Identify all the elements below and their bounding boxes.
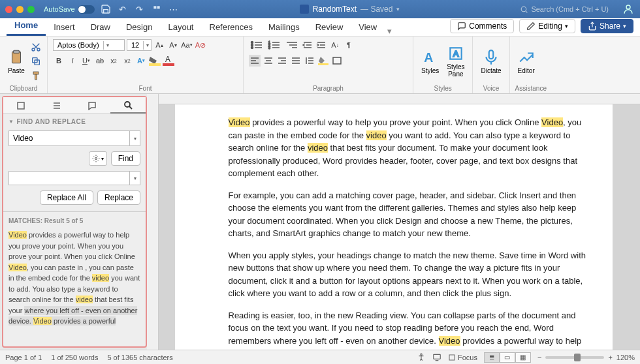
styles-pane-button[interactable]: A Styles Pane: [444, 44, 467, 79]
font-size-selector[interactable]: 12▾: [127, 39, 152, 51]
editor-button[interactable]: Editor: [515, 48, 537, 76]
numbering-icon[interactable]: 123: [266, 39, 282, 51]
status-chars[interactable]: 5 of 1365 characters: [107, 354, 172, 361]
accessibility-icon[interactable]: [417, 353, 426, 362]
align-left-icon[interactable]: [249, 55, 261, 67]
underline-icon[interactable]: U▾: [80, 55, 92, 67]
text-effects-icon[interactable]: A▾: [135, 55, 147, 67]
document-title[interactable]: RandomText — Saved ▾: [300, 5, 400, 14]
matches-list[interactable]: Video provides a powerful way to help yo…: [3, 227, 146, 332]
share-button[interactable]: Share ▾: [581, 19, 633, 33]
tab-view[interactable]: View: [351, 18, 385, 36]
zoom-in-button[interactable]: +: [608, 354, 612, 361]
zoom-slider[interactable]: [545, 356, 604, 359]
paragraph: Video provides a powerful way to help yo…: [229, 116, 586, 180]
align-center-icon[interactable]: [263, 55, 274, 67]
change-case-icon[interactable]: Aa▾: [181, 39, 193, 51]
tab-layout[interactable]: Layout: [160, 18, 201, 36]
page[interactable]: Video provides a powerful way to help yo…: [175, 104, 613, 350]
view-web-layout[interactable]: ▭: [500, 352, 515, 363]
increase-indent-icon[interactable]: [315, 39, 327, 51]
svg-rect-73: [449, 355, 455, 360]
replace-all-button[interactable]: Replace All: [40, 190, 93, 205]
tab-draw[interactable]: Draw: [83, 18, 118, 36]
subscript-icon[interactable]: x2: [108, 55, 120, 67]
zoom-level[interactable]: 120%: [616, 354, 635, 361]
more-icon[interactable]: ⋯: [168, 3, 180, 15]
format-painter-icon[interactable]: [30, 70, 42, 82]
save-icon[interactable]: [100, 3, 112, 15]
status-words[interactable]: 1 of 250 words: [51, 354, 98, 361]
replace-input[interactable]: [8, 171, 130, 185]
navtab-find[interactable]: [110, 97, 146, 114]
align-right-icon[interactable]: [276, 55, 288, 67]
tab-references[interactable]: References: [202, 18, 261, 36]
navtab-reviewing[interactable]: [74, 97, 110, 114]
tab-insert[interactable]: Insert: [46, 18, 83, 36]
tab-design[interactable]: Design: [118, 18, 160, 36]
maximize-window[interactable]: [27, 6, 35, 13]
show-marks-icon[interactable]: ¶: [343, 39, 355, 51]
borders-icon[interactable]: [331, 55, 343, 67]
collapse-icon[interactable]: ▼: [8, 119, 14, 125]
zoom-out-button[interactable]: −: [537, 354, 541, 361]
find-options-button[interactable]: ▾: [89, 151, 107, 166]
decrease-indent-icon[interactable]: [302, 39, 313, 51]
toggle-icon: [78, 5, 95, 14]
horizontal-ruler[interactable]: [159, 94, 640, 104]
justify-icon[interactable]: [290, 55, 302, 67]
find-button[interactable]: Find: [111, 151, 140, 166]
decrease-font-icon[interactable]: A▾: [167, 39, 179, 51]
dictate-button[interactable]: Dictate: [478, 48, 504, 76]
bold-icon[interactable]: B: [53, 55, 65, 67]
search-box[interactable]: Search (Cmd + Ctrl + U): [520, 5, 609, 14]
navtab-headings[interactable]: [39, 97, 75, 114]
ribbon: Paste Clipboard Aptos (Body)▾: [0, 37, 640, 94]
autosave-toggle[interactable]: AutoSave: [44, 5, 95, 14]
font-family-selector[interactable]: Aptos (Body)▾: [53, 39, 125, 51]
comments-button[interactable]: Comments: [450, 19, 514, 33]
multilevel-icon[interactable]: [284, 39, 300, 51]
clear-formatting-icon[interactable]: A⊘: [195, 39, 206, 51]
italic-icon[interactable]: I: [67, 55, 78, 67]
quickaccess-icon[interactable]: [151, 3, 163, 15]
tab-home[interactable]: Home: [7, 16, 46, 36]
view-outline[interactable]: ▦: [515, 352, 531, 363]
display-settings-icon[interactable]: [432, 353, 441, 362]
view-print-layout[interactable]: ≣: [484, 352, 500, 363]
share-icon: [588, 22, 597, 31]
line-spacing-icon[interactable]: [304, 55, 315, 67]
bullets-icon[interactable]: [249, 39, 264, 51]
svg-point-21: [251, 44, 253, 46]
copy-icon[interactable]: [30, 55, 42, 67]
undo-icon[interactable]: ↶: [117, 3, 129, 15]
document-scroll[interactable]: Video provides a powerful way to help yo…: [159, 104, 640, 350]
svg-line-3: [526, 11, 527, 12]
find-history-dropdown[interactable]: ▾: [130, 130, 140, 146]
shading-icon[interactable]: [317, 55, 329, 67]
close-window[interactable]: [5, 6, 12, 13]
status-page[interactable]: Page 1 of 1: [5, 354, 42, 361]
editing-mode-button[interactable]: Editing ▾: [519, 19, 575, 33]
tab-review[interactable]: Review: [308, 18, 351, 36]
svg-point-70: [421, 354, 422, 355]
increase-font-icon[interactable]: A▴: [153, 39, 165, 51]
styles-button[interactable]: A Styles: [419, 48, 441, 76]
account-icon[interactable]: [622, 3, 635, 16]
find-input[interactable]: [8, 130, 130, 146]
highlight-icon[interactable]: [149, 55, 161, 67]
minimize-window[interactable]: [16, 6, 24, 13]
tab-overflow-icon[interactable]: ▾: [387, 26, 392, 36]
focus-mode-button[interactable]: Focus: [448, 354, 477, 361]
paste-button[interactable]: Paste: [5, 48, 27, 76]
tab-mailings[interactable]: Mailings: [261, 18, 308, 36]
sort-icon[interactable]: A↓: [329, 39, 341, 51]
cut-icon[interactable]: [30, 41, 42, 53]
navtab-thumbnails[interactable]: [3, 97, 39, 114]
superscript-icon[interactable]: x2: [121, 55, 133, 67]
replace-button[interactable]: Replace: [97, 190, 140, 205]
strikethrough-icon[interactable]: ab: [94, 55, 106, 67]
font-color-icon[interactable]: A: [163, 55, 174, 67]
redo-icon[interactable]: ↷: [134, 3, 146, 15]
replace-history-dropdown[interactable]: ▾: [130, 171, 140, 185]
